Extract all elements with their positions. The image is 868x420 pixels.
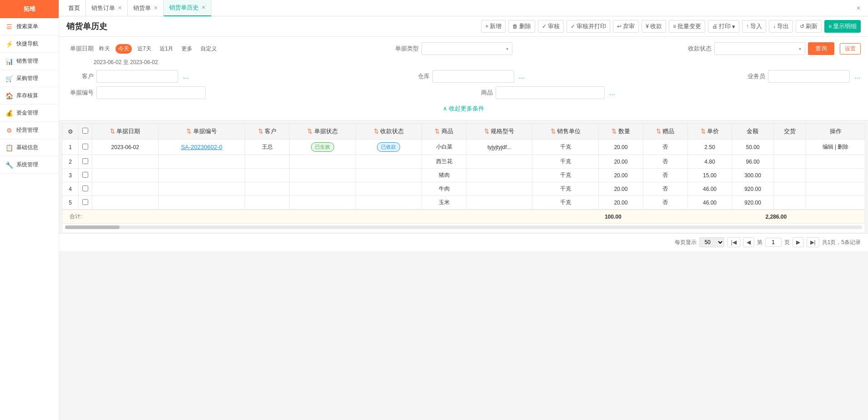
tab-sales-order[interactable]: 销售订单 ✕	[86, 0, 128, 16]
tab-close-sales-order[interactable]: ✕	[118, 5, 122, 11]
collapse-more-conditions[interactable]: ∧ 收起更多条件	[66, 103, 861, 115]
customer-more-icon[interactable]: …	[183, 73, 189, 80]
tab-home[interactable]: 首页	[63, 0, 86, 16]
select-all-checkbox[interactable]	[82, 128, 88, 134]
customer-input[interactable]	[96, 70, 178, 83]
sidebar-item-purchase-mgmt[interactable]: 🛒 采购管理	[0, 70, 59, 87]
per-page-select[interactable]: 50 100 200	[699, 237, 724, 247]
row-actions[interactable]	[806, 196, 865, 210]
doc-type-select[interactable]: ▾	[421, 42, 512, 55]
row-select-checkbox[interactable]	[82, 185, 88, 191]
batch-change-button[interactable]: ≡ 批量变更	[669, 20, 705, 33]
goods-input[interactable]	[496, 86, 605, 99]
import-button[interactable]: ↑ 导入	[742, 20, 766, 33]
row-actions[interactable]	[806, 182, 865, 196]
row-doc-no[interactable]	[158, 182, 245, 196]
row-qty: 20.00	[598, 169, 643, 182]
tab-sales-history[interactable]: 销货单历史 ✕	[164, 0, 211, 16]
customer-column-header[interactable]: ⇅ 客户	[245, 124, 290, 140]
row-checkbox[interactable]	[79, 169, 92, 182]
doc-no-link[interactable]: SA-20230602-0	[181, 144, 222, 150]
close-all-tabs[interactable]: ✕	[853, 5, 864, 11]
goods-more-icon[interactable]: …	[609, 89, 616, 96]
settings-button[interactable]: 设置	[840, 43, 861, 55]
date-tag-yesterday[interactable]: 昨天	[96, 44, 113, 54]
row-select-checkbox[interactable]	[82, 158, 88, 164]
date-tag-1month[interactable]: 近1月	[157, 44, 176, 54]
doc-status-column-header[interactable]: ⇅ 单据状态	[290, 124, 356, 140]
prev-page-button[interactable]: ◀	[743, 237, 754, 247]
collect-status-column-header[interactable]: ⇅ 收款状态	[356, 124, 422, 140]
print-button[interactable]: 🖨 打印 ▾	[708, 20, 739, 33]
row-doc-no[interactable]	[158, 169, 245, 182]
sidebar-item-sales-mgmt[interactable]: 📊 销售管理	[0, 53, 59, 70]
tab-sales-goods[interactable]: 销货单 ✕	[128, 0, 164, 16]
sidebar-item-operation-mgmt[interactable]: ⚙ 经营管理	[0, 122, 59, 139]
table-row: 3猪肉千克20.00否15.00300.00	[62, 169, 865, 182]
row-checkbox[interactable]	[79, 196, 92, 210]
scrollbar-thumb[interactable]	[65, 225, 120, 229]
row-actions[interactable]	[806, 155, 865, 169]
salesperson-input[interactable]	[768, 70, 850, 83]
date-tag-more[interactable]: 更多	[179, 44, 195, 54]
tab-close-sales-goods[interactable]: ✕	[154, 5, 158, 11]
goods-column-header[interactable]: ⇅ 商品	[422, 124, 467, 140]
doc-no-input[interactable]	[96, 86, 206, 99]
query-button[interactable]: 查询	[808, 42, 834, 55]
abandon-button[interactable]: ↩ 弃审	[613, 20, 639, 33]
qty-column-header[interactable]: ⇅ 数量	[598, 124, 643, 140]
audit-button[interactable]: ✓ 审核	[538, 20, 564, 33]
refresh-button[interactable]: ↺ 刷新	[796, 20, 822, 33]
gift-column-header[interactable]: ⇅ 赠品	[643, 124, 687, 140]
sidebar-item-basic-info[interactable]: 📋 基础信息	[0, 139, 59, 156]
export-button[interactable]: ↓ 导出	[769, 20, 793, 33]
unit-column-header[interactable]: ⇅ 销售单位	[532, 124, 599, 140]
date-range-display: 2023-06-02 至 2023-06-02	[94, 59, 861, 66]
date-tag-7days[interactable]: 近7天	[135, 44, 154, 54]
collect-button[interactable]: ¥ 收款	[642, 20, 666, 33]
sidebar-item-finance-mgmt[interactable]: 💰 资金管理	[0, 105, 59, 122]
row-doc-no[interactable]	[158, 196, 245, 210]
tab-close-sales-history[interactable]: ✕	[201, 5, 206, 10]
row-actions[interactable]	[806, 169, 865, 182]
first-page-button[interactable]: |◀	[727, 237, 740, 247]
salesperson-more-icon[interactable]: …	[854, 73, 861, 80]
row-checkbox[interactable]	[79, 182, 92, 196]
row-price: 4.80	[687, 155, 732, 169]
collect-status-select[interactable]: ▾	[714, 42, 805, 55]
price-column-header[interactable]: ⇅ 单价	[687, 124, 732, 140]
row-select-checkbox[interactable]	[82, 199, 88, 205]
gear-column-header[interactable]: ⚙	[62, 124, 79, 140]
date-tag-today[interactable]: 今天	[115, 44, 132, 54]
row-select-checkbox[interactable]	[82, 172, 88, 178]
sort-icon: ⇅	[258, 128, 263, 135]
audit-print-button[interactable]: ✓ 审核并打印	[567, 20, 610, 33]
sidebar-item-quick-nav[interactable]: ⚡ 快捷导航	[0, 35, 59, 53]
row-actions[interactable]: 编辑 | 删除	[806, 140, 865, 155]
display-detail-button[interactable]: ≡ 显示明细	[824, 20, 861, 33]
date-tag-custom[interactable]: 自定义	[198, 44, 220, 54]
export-icon: ↓	[773, 23, 776, 30]
horizontal-scrollbar[interactable]	[65, 225, 862, 229]
row-doc-no[interactable]: SA-20230602-0	[158, 140, 245, 155]
delete-button[interactable]: 🗑 删除	[508, 20, 535, 33]
sidebar-item-inventory[interactable]: 🏠 库存核算	[0, 87, 59, 105]
add-button[interactable]: + 新增	[481, 20, 506, 33]
row-checkbox[interactable]	[79, 140, 92, 155]
row-doc-no[interactable]	[158, 155, 245, 169]
date-column-header[interactable]: ⇅ 单据日期	[92, 124, 159, 140]
sidebar-item-search-menu[interactable]: ☰ 搜索菜单	[0, 18, 59, 35]
warehouse-input[interactable]	[432, 70, 514, 83]
last-page-button[interactable]: ▶|	[807, 237, 819, 247]
row-number: 1	[62, 140, 79, 155]
next-page-button[interactable]: ▶	[793, 237, 804, 247]
row-select-checkbox[interactable]	[82, 144, 88, 150]
checkbox-column-header[interactable]	[79, 124, 92, 140]
doc-no-column-header[interactable]: ⇅ 单据编号	[158, 124, 245, 140]
sidebar-item-system-mgmt[interactable]: 🔧 系统管理	[0, 156, 59, 174]
warehouse-more-icon[interactable]: …	[519, 73, 525, 80]
spec-column-header[interactable]: ⇅ 规格型号	[466, 124, 532, 140]
row-checkbox[interactable]	[79, 155, 92, 169]
main-content: 首页 销售订单 ✕ 销货单 ✕ 销货单历史 ✕ ✕ 销货单历史 + 新增	[59, 0, 868, 420]
page-number-input[interactable]	[765, 238, 782, 247]
